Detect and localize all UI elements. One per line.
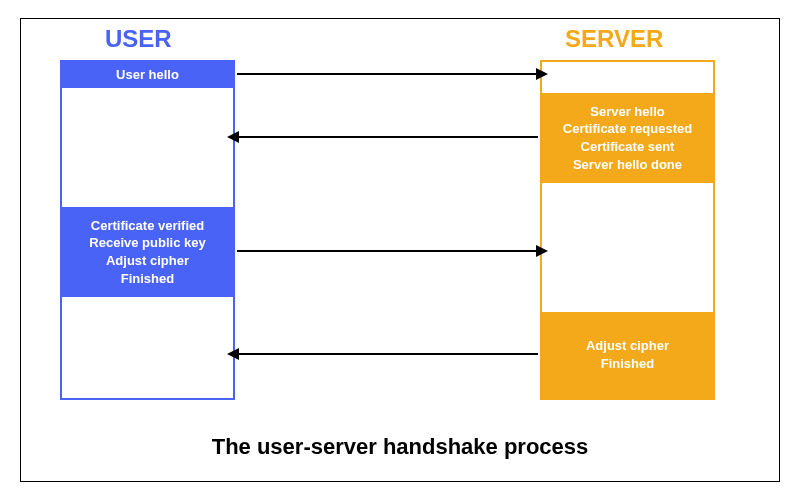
server-block-line: Adjust cipher bbox=[542, 337, 713, 355]
user-column: User hello Certificate verified Receive … bbox=[60, 60, 235, 400]
user-block-line: Receive public key bbox=[62, 234, 233, 252]
server-block-line: Finished bbox=[542, 355, 713, 373]
server-block-line: Server hello done bbox=[542, 156, 713, 174]
user-block-line: Adjust cipher bbox=[62, 252, 233, 270]
user-block-line: User hello bbox=[62, 66, 233, 84]
arrow-step-3 bbox=[237, 250, 538, 252]
server-block-line: Certificate requested bbox=[542, 120, 713, 138]
server-block-finish: Adjust cipher Finished bbox=[542, 312, 713, 398]
server-block-line: Certificate sent bbox=[542, 138, 713, 156]
server-column: Server hello Certificate requested Certi… bbox=[540, 60, 715, 400]
diagram-caption: The user-server handshake process bbox=[0, 434, 800, 460]
server-block-hello: Server hello Certificate requested Certi… bbox=[542, 93, 713, 183]
user-heading: USER bbox=[105, 25, 172, 53]
server-block-line: Server hello bbox=[542, 103, 713, 121]
user-block-hello: User hello bbox=[62, 62, 233, 88]
user-block-line: Certificate verified bbox=[62, 217, 233, 235]
user-block-cert: Certificate verified Receive public key … bbox=[62, 207, 233, 297]
user-block-line: Finished bbox=[62, 270, 233, 288]
arrow-step-2 bbox=[237, 136, 538, 138]
arrow-step-4 bbox=[237, 353, 538, 355]
server-heading: SERVER bbox=[565, 25, 663, 53]
arrow-step-1 bbox=[237, 73, 538, 75]
